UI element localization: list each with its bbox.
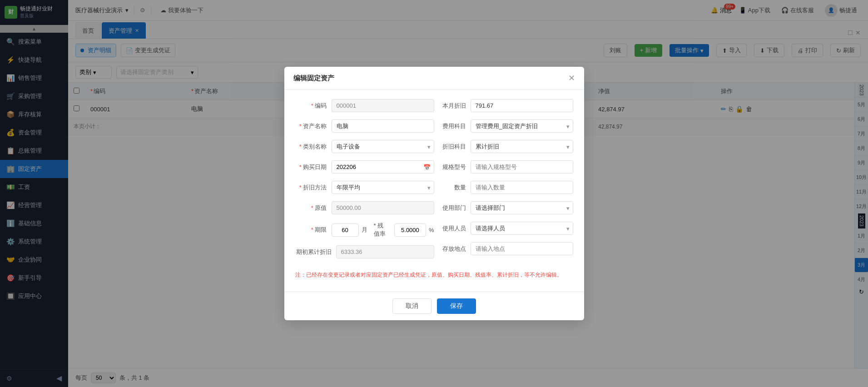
cancel-button[interactable]: 取消 [392, 298, 432, 314]
purchase-date-row: * 购买日期 📅 [295, 160, 434, 174]
quantity-row: 数量 [434, 181, 573, 194]
residual-rate-label: * 残值率 [374, 222, 388, 238]
dialog-title: 编辑固定资产 [293, 74, 334, 83]
user-wrap: 请选择人员 ▾ [471, 222, 573, 235]
code-row: * 编码 [295, 99, 434, 112]
expense-account-label: 费用科目 [434, 122, 471, 130]
location-row: 存放地点 [434, 242, 573, 255]
original-value-row: * 原值 [295, 201, 434, 214]
quantity-input[interactable] [471, 181, 573, 194]
category-label: * 类别名称 [295, 143, 332, 151]
calendar-icon[interactable]: 📅 [423, 164, 431, 170]
dep-account-label: 折旧科目 [434, 143, 471, 151]
user-select[interactable]: 请选择人员 [471, 222, 573, 235]
dep-account-select[interactable]: 累计折旧 [471, 140, 573, 153]
dialog-body: * 编码 * 资产名称 * 类别名称 电子设备 [284, 90, 584, 292]
edit-fixed-asset-dialog: 编辑固定资产 ✕ * 编码 * 资产名称 [284, 67, 584, 320]
initial-accum-dep-label: 期初累计折旧 [295, 248, 336, 256]
purchase-date-label: * 购买日期 [295, 163, 332, 171]
location-label: 存放地点 [434, 245, 471, 253]
department-label: 使用部门 [434, 204, 471, 212]
dep-method-row: * 折旧方法 年限平均 ▾ [295, 181, 434, 194]
dep-method-label: * 折旧方法 [295, 184, 332, 192]
dialog-header: 编辑固定资产 ✕ [284, 67, 584, 90]
purchase-date-wrap: 📅 [332, 160, 434, 174]
initial-accum-dep-row: 期初累计折旧 [295, 245, 434, 258]
category-select-wrap: 电子设备 ▾ [332, 140, 434, 153]
dep-account-row: 折旧科目 累计折旧 ▾ [434, 140, 573, 153]
dialog-close-button[interactable]: ✕ [568, 73, 575, 83]
code-label: * 编码 [295, 102, 332, 110]
monthly-dep-row: 本月折旧 [434, 99, 573, 112]
period-unit: 月 [362, 226, 367, 234]
form-right-col: 本月折旧 费用科目 管理费用_固定资产折旧 ▾ [434, 99, 573, 266]
dep-account-wrap: 累计折旧 ▾ [471, 140, 573, 153]
asset-name-row: * 资产名称 [295, 119, 434, 133]
spec-input[interactable] [471, 160, 573, 174]
quantity-label: 数量 [434, 184, 471, 192]
expense-account-row: 费用科目 管理费用_固定资产折旧 ▾ [434, 119, 573, 133]
residual-rate-input[interactable] [394, 223, 426, 237]
user-row: 使用人员 请选择人员 ▾ [434, 222, 573, 235]
user-label: 使用人员 [434, 224, 471, 233]
dep-method-select-wrap: 年限平均 ▾ [332, 181, 434, 194]
department-wrap: 请选择部门 ▾ [471, 201, 573, 214]
spec-row: 规格型号 [434, 160, 573, 174]
purchase-date-input[interactable] [332, 160, 434, 174]
form-note: 注：已经存在变更记录或者对应固定资产已经生成凭证，原值、购买日期、残值率、累计折… [295, 268, 573, 283]
category-select[interactable]: 电子设备 [332, 140, 434, 153]
department-row: 使用部门 请选择部门 ▾ [434, 201, 573, 214]
location-input[interactable] [471, 242, 573, 255]
expense-account-select[interactable]: 管理费用_固定资产折旧 [471, 119, 573, 133]
dialog-footer: 取消 保存 [284, 292, 584, 320]
form-grid: * 编码 * 资产名称 * 类别名称 电子设备 [295, 99, 573, 266]
save-button[interactable]: 保存 [437, 298, 476, 314]
code-input[interactable] [332, 99, 434, 112]
monthly-dep-input[interactable] [471, 99, 573, 112]
dialog-overlay: 编辑固定资产 ✕ * 编码 * 资产名称 [0, 0, 868, 387]
initial-accum-dep-input[interactable] [336, 245, 434, 258]
form-left-col: * 编码 * 资产名称 * 类别名称 电子设备 [295, 99, 434, 266]
dep-method-select[interactable]: 年限平均 [332, 181, 434, 194]
department-select[interactable]: 请选择部门 [471, 201, 573, 214]
asset-name-label: * 资产名称 [295, 122, 332, 130]
asset-name-input[interactable] [332, 119, 434, 133]
category-row: * 类别名称 电子设备 ▾ [295, 140, 434, 153]
spec-label: 规格型号 [434, 163, 471, 171]
monthly-dep-label: 本月折旧 [434, 102, 471, 110]
period-residual-inline: 月 * 残值率 % [332, 222, 434, 238]
original-value-input[interactable] [332, 201, 434, 214]
original-value-label: * 原值 [295, 204, 332, 212]
expense-account-wrap: 管理费用_固定资产折旧 ▾ [471, 119, 573, 133]
period-label: * 期限 [295, 226, 332, 234]
period-input[interactable] [332, 223, 359, 237]
residual-unit: % [429, 227, 434, 233]
period-residual-row: * 期限 月 * 残值率 % [295, 222, 434, 238]
